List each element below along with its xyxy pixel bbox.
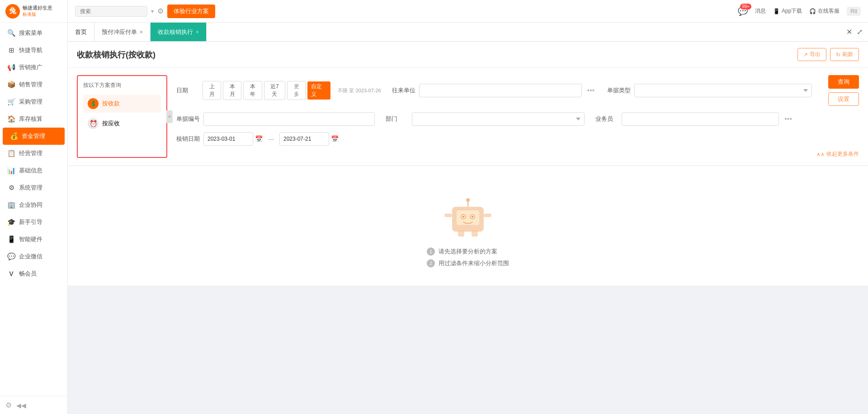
svg-point-3 [462,216,465,218]
verif-date-end-input[interactable] [279,132,329,146]
collapse-sidebar-icon[interactable]: ◀◀ [16,402,26,409]
collapse-more-button[interactable]: ∧∧ 收起更多条件 [816,150,859,158]
sidebar-item-label: 畅会员 [19,270,37,278]
empty-tips: 1 请先选择要分析的方案 2 用过滤条件来缩小分析范围 [427,247,509,267]
staff-input[interactable] [622,112,779,126]
dept-label: 部门 [386,115,408,123]
logo-sub: 标准版 [23,11,52,18]
party-input[interactable] [419,84,582,97]
online-service-link[interactable]: 🎧 在线客服 [809,7,840,15]
verif-date-start-input[interactable] [203,132,253,146]
sidebar-item-system[interactable]: ⚙ 系统管理 [0,179,67,196]
sidebar-item-purchase[interactable]: 🛒 采购管理 [0,93,67,110]
industry-btn[interactable]: 体验行业方案 [167,5,215,18]
filter-area: 按以下方案查询 💲 按收款 ⏰ 按应收 » 日期 [68,68,868,165]
sidebar-item-basic-info[interactable]: 📊 基础信息 [0,162,67,179]
date-btn-more[interactable]: 更多 [287,81,306,100]
doc-type-label: 单据类型 [607,86,631,95]
tab-prepay[interactable]: 预付冲应付单 × [94,23,151,41]
doc-no-label: 单据编号 [176,115,200,123]
doc-no-field: 单据编号 [176,112,375,126]
topbar-left: ▾ ⚙ 体验行业方案 [75,5,732,18]
query-option-label: 按应收 [102,119,120,128]
sidebar-item-hardware[interactable]: 📱 智能硬件 [0,231,67,248]
sidebar-item-search-menu[interactable]: 🔍 搜索菜单 [0,24,67,42]
party-ellipsis-btn[interactable]: ••• [585,86,597,95]
dropdown-arrow-icon[interactable]: ▾ [151,8,154,14]
sidebar-item-label: 采购管理 [19,98,42,106]
app-download-link[interactable]: 📱 App下载 [773,7,802,15]
sidebar-item-label: 快捷导航 [19,46,42,54]
sidebar-item-wechat[interactable]: 💬 企业微信 [0,248,67,265]
user-name[interactable]: Rit [847,7,861,16]
date-btn-last-month[interactable]: 上月 [203,81,221,100]
receipt-icon: 💲 [88,98,99,109]
doc-type-select[interactable] [634,84,812,97]
sidebar-item-label: 库存核算 [19,115,42,123]
query-option-by-receivable[interactable]: ⏰ 按应收 [83,114,161,133]
tab-label: 预付冲应付单 [102,28,137,36]
svg-rect-8 [444,214,452,217]
sidebar-item-inventory[interactable]: 🏠 库存核算 [0,110,67,128]
hardware-icon: 📱 [7,235,15,243]
doc-no-input[interactable] [203,112,375,126]
logo-name: 畅捷通好生意 [23,5,52,11]
topbar-search-input[interactable] [75,6,147,17]
tab-close-writeoff[interactable]: × [196,29,199,35]
sidebar-item-vip[interactable]: V 畅会员 [0,265,67,282]
message-button[interactable]: 💬 99+ [738,6,748,16]
tab-writeoff[interactable]: 收款核销执行 × [151,23,207,41]
sidebar-item-enterprise[interactable]: 🏢 企业协同 [0,196,67,214]
panel-collapse-btn[interactable]: » [166,110,173,123]
sidebar-item-label: 营销推广 [19,63,42,71]
tab-close-prepay[interactable]: × [140,29,143,35]
settings-icon[interactable]: ⚙ [5,401,12,409]
tab-label: 收款核销执行 [158,28,193,36]
collapse-more-row: ∧∧ 收起更多条件 [176,150,859,158]
tab-home[interactable]: 首页 [68,23,94,41]
sidebar-item-quick-nav[interactable]: ⊞ 快捷导航 [0,42,67,59]
refresh-button[interactable]: ↻ 刷新 [830,48,859,61]
topbar-right: 💬 99+ 消息 📱 App下载 🎧 在线客服 Rit [738,6,861,16]
message-label[interactable]: 消息 [755,7,766,15]
finance-icon: 💰 [10,132,18,140]
chevron-up-icon: ∧∧ [816,151,825,157]
tip-text-1: 请先选择要分析的方案 [439,247,497,256]
sidebar-item-beginner[interactable]: 🎓 新手引导 [0,214,67,231]
svg-point-7 [466,198,470,202]
sidebar-item-operations[interactable]: 📋 经营管理 [0,145,67,162]
operations-icon: 📋 [7,149,15,157]
message-badge: 99+ [740,4,751,10]
marketing-icon: 📢 [7,63,15,71]
date-btn-this-month[interactable]: 本月 [223,81,241,100]
staff-ellipsis-btn[interactable]: ••• [783,115,794,123]
query-button[interactable]: 查询 [828,75,859,89]
dept-select[interactable] [412,112,584,126]
app-icon: 📱 [773,8,780,14]
query-option-by-receipt[interactable]: 💲 按收款 [83,95,161,113]
export-icon: ↗ [803,52,808,58]
staff-field: 业务员 ••• [595,112,794,126]
export-button[interactable]: ↗ 导出 [797,48,826,61]
sidebar-item-finance[interactable]: 💰 资金管理 [3,128,65,145]
setting-button[interactable]: 设置 [828,92,859,106]
close-tab-btn[interactable]: ✕ [844,26,854,38]
date-field: 日期 上月 本月 本年 近7天 更多 自定义 不限 至 2023-07-26 [176,81,381,100]
sidebar-item-sales[interactable]: 📦 销售管理 [0,76,67,93]
sidebar-item-label: 企业微信 [19,252,42,261]
sidebar-item-marketing[interactable]: 📢 营销推广 [0,59,67,76]
tab-label: 首页 [75,28,87,36]
system-icon: ⚙ [7,184,15,192]
svg-rect-9 [484,214,491,217]
date-btn-7days[interactable]: 近7天 [264,81,286,100]
staff-label: 业务员 [595,115,618,123]
cal-icon-end[interactable]: 📅 [331,135,339,143]
query-panel: 按以下方案查询 💲 按收款 ⏰ 按应收 » [77,75,167,158]
beginner-icon: 🎓 [7,218,15,226]
expand-tab-btn[interactable]: ⤢ [855,26,864,38]
query-panel-title: 按以下方案查询 [83,81,161,89]
date-separator: — [268,136,274,143]
cal-icon-start[interactable]: 📅 [255,135,263,143]
date-btn-this-year[interactable]: 本年 [243,81,262,100]
gear-button[interactable]: ⚙ [157,7,164,15]
